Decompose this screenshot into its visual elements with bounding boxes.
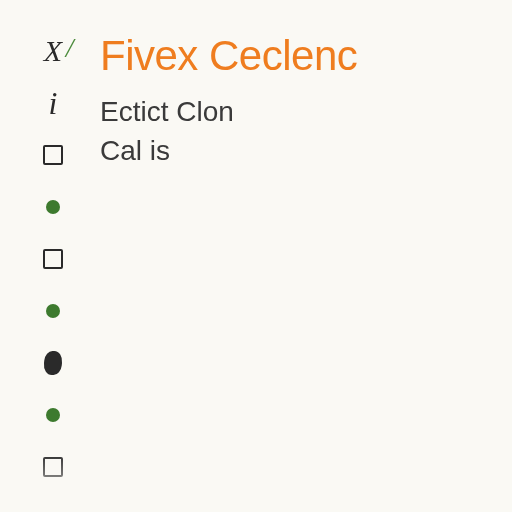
blob-icon xyxy=(43,351,64,375)
marker-row xyxy=(30,186,76,228)
bullet-dot-icon xyxy=(46,408,60,422)
sub-item-list: Ectict Clon Cal is xyxy=(100,92,234,170)
title-word-2: Ceclenc xyxy=(209,32,357,79)
marker-row xyxy=(30,342,76,384)
page-title: Fivex Ceclenc xyxy=(100,32,357,80)
x-icon: X/ xyxy=(44,34,62,68)
bullet-dot-icon xyxy=(46,304,60,318)
checkbox-icon[interactable] xyxy=(43,249,63,269)
marker-row: i xyxy=(30,82,76,124)
marker-row xyxy=(30,290,76,332)
marker-row[interactable] xyxy=(30,238,76,280)
sub-item: Ectict Clon xyxy=(100,92,234,131)
bottom-fade xyxy=(0,452,512,512)
marker-row[interactable] xyxy=(30,134,76,176)
title-word-1: Fivex xyxy=(100,32,198,79)
marker-column: X/ i xyxy=(30,30,76,498)
checkbox-icon[interactable] xyxy=(43,145,63,165)
marker-row: X/ xyxy=(30,30,76,72)
marker-row[interactable] xyxy=(30,446,76,488)
marker-row xyxy=(30,394,76,436)
bullet-dot-icon xyxy=(46,200,60,214)
sub-item: Cal is xyxy=(100,131,234,170)
italic-i-icon: i xyxy=(49,85,58,122)
checkbox-icon[interactable] xyxy=(43,457,63,477)
